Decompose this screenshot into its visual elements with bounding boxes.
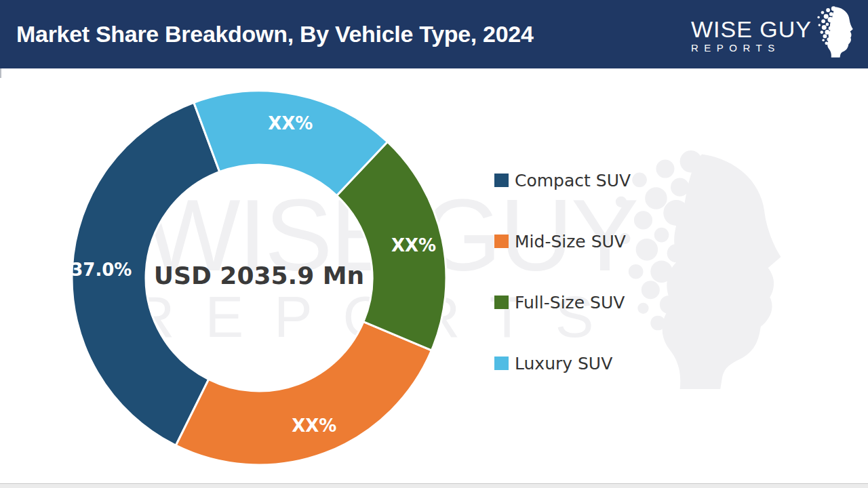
left-edge-tick (0, 68, 1, 78)
legend-swatch-luxury-suv (494, 357, 509, 370)
legend-item-full-size-suv: Full-Size SUV (494, 293, 631, 312)
legend-label-luxury-suv: Luxury SUV (515, 354, 612, 373)
brand-head-icon (813, 5, 856, 58)
brand-subtitle: REPORTS (691, 43, 781, 53)
legend-swatch-compact-suv (494, 174, 509, 187)
footer-strip (0, 483, 868, 488)
legend-item-luxury-suv: Luxury SUV (494, 354, 631, 373)
slice-label-luxury-suv: XX% (268, 113, 313, 134)
legend-label-mid-size-suv: Mid-Size SUV (515, 232, 626, 251)
slice-label-mid-size-suv: XX% (292, 415, 336, 436)
donut-center-value: USD 2035.9 Mn (123, 261, 395, 291)
legend-label-compact-suv: Compact SUV (515, 171, 631, 190)
header-bar: Market Share Breakdown, By Vehicle Type,… (0, 0, 868, 68)
slice-label-compact-suv: 37.0% (71, 260, 132, 280)
chart-legend: Compact SUVMid-Size SUVFull-Size SUVLuxu… (494, 171, 631, 415)
slice-label-full-size-suv: XX% (391, 235, 436, 256)
legend-item-compact-suv: Compact SUV (494, 171, 631, 190)
legend-swatch-full-size-suv (494, 296, 509, 309)
page-title: Market Share Breakdown, By Vehicle Type,… (0, 21, 534, 47)
legend-label-full-size-suv: Full-Size SUV (515, 293, 625, 312)
legend-swatch-mid-size-suv (494, 235, 509, 248)
brand-logo: WISE GUY REPORTS (691, 5, 856, 58)
donut-slice-mid-size-suv (176, 322, 431, 465)
brand-name: WISE GUY (691, 18, 812, 41)
legend-item-mid-size-suv: Mid-Size SUV (494, 232, 631, 251)
